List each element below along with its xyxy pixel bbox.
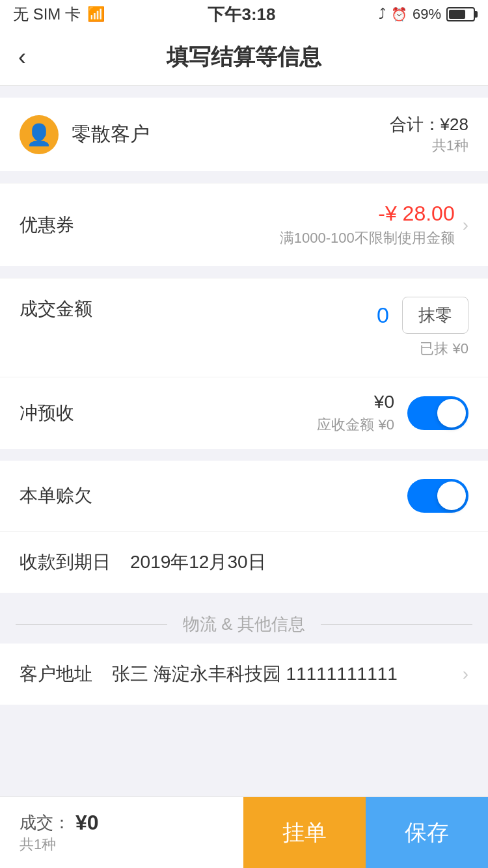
coupon-sub: 满1000-100不限制使用金额 (280, 228, 455, 248)
bottom-deal-row: 成交： ¥0 (20, 811, 224, 835)
back-button[interactable]: ‹ (18, 44, 26, 71)
bottom-summary: 成交： ¥0 共1种 (0, 811, 243, 854)
coupon-row[interactable]: 优惠券 -¥ 28.00 满1000-100不限制使用金额 › (0, 183, 488, 266)
bottom-deal-value: ¥0 (75, 811, 99, 835)
avatar: 👤 (20, 115, 59, 154)
bottom-count: 共1种 (20, 835, 224, 854)
nav-bar: ‹ 填写结算等信息 (0, 29, 488, 86)
credit-row: 本单赊欠 (0, 461, 488, 531)
prepay-row: 冲预收 ¥0 应收金额 ¥0 (0, 377, 488, 449)
due-label: 收款到期日 (20, 550, 111, 575)
logistics-section-label: 物流 & 其他信息 (183, 613, 305, 636)
chevron-right-icon: › (463, 215, 468, 236)
divider-line-left (16, 624, 167, 625)
prepay-sub: 应收金额 ¥0 (317, 415, 394, 435)
prepay-toggle[interactable] (407, 396, 468, 430)
carrier-text: 无 SIM 卡 (13, 4, 81, 25)
deal-row: 成交金额 0 抹零 已抹 ¥0 (0, 278, 488, 377)
page-title: 填写结算等信息 (167, 42, 321, 72)
round-button[interactable]: 抹零 (402, 297, 468, 334)
deal-value-box: 0 抹零 (377, 297, 468, 334)
pending-button[interactable]: 挂单 (243, 797, 366, 869)
logistics-divider: 物流 & 其他信息 (0, 604, 488, 644)
toggle-knob (437, 399, 466, 427)
divider-line-right (321, 624, 472, 625)
deal-value: 0 (377, 303, 389, 328)
deal-sub: 已抹 ¥0 (377, 339, 468, 359)
bottom-deal-label: 成交： (20, 811, 70, 834)
address-section[interactable]: 客户地址 张三 海淀永丰科技园 11111111111 › (0, 644, 488, 705)
prepay-right: ¥0 应收金额 ¥0 (317, 392, 468, 435)
wifi-icon: 📶 (87, 6, 105, 23)
deal-label: 成交金额 (20, 297, 92, 321)
customer-total: 合计：¥28 共1种 (390, 113, 468, 156)
credit-section: 本单赊欠 收款到期日 2019年12月30日 (0, 461, 488, 593)
coupon-amount: -¥ 28.00 (280, 202, 455, 226)
customer-section: 👤 零散客户 合计：¥28 共1种 (0, 98, 488, 171)
customer-name: 零散客户 (72, 121, 150, 148)
customer-row: 👤 零散客户 合计：¥28 共1种 (0, 98, 488, 171)
prepay-label: 冲预收 (20, 401, 74, 426)
status-left: 无 SIM 卡 📶 (13, 4, 105, 25)
prepay-main: ¥0 (317, 392, 394, 413)
address-row[interactable]: 客户地址 张三 海淀永丰科技园 11111111111 › (0, 644, 488, 705)
credit-toggle[interactable] (407, 479, 468, 513)
prepay-amounts: ¥0 应收金额 ¥0 (317, 392, 394, 435)
address-chevron-icon: › (463, 664, 468, 685)
credit-toggle-knob (437, 481, 466, 510)
address-value: 张三 海淀永丰科技园 11111111111 (112, 662, 463, 686)
address-label: 客户地址 (20, 662, 92, 686)
coupon-section[interactable]: 优惠券 -¥ 28.00 满1000-100不限制使用金额 › (0, 183, 488, 266)
customer-left: 👤 零散客户 (20, 115, 150, 154)
due-date-row: 收款到期日 2019年12月30日 (0, 531, 488, 593)
battery-icon (446, 7, 475, 21)
alarm-icon: ⏰ (391, 7, 407, 22)
location-icon: ⤴ (379, 6, 386, 23)
status-right: ⤴ ⏰ 69% (379, 6, 475, 23)
credit-label: 本单赊欠 (20, 483, 92, 508)
coupon-label: 优惠券 (20, 213, 74, 237)
coupon-right[interactable]: -¥ 28.00 满1000-100不限制使用金额 › (280, 202, 468, 248)
status-time: 下午3:18 (208, 3, 275, 26)
status-bar: 无 SIM 卡 📶 下午3:18 ⤴ ⏰ 69% (0, 0, 488, 29)
battery-percent: 69% (413, 6, 441, 23)
bottom-bar: 成交： ¥0 共1种 挂单 保存 (0, 796, 488, 868)
total-label: 合计：¥28 (390, 113, 468, 136)
deal-section: 成交金额 0 抹零 已抹 ¥0 冲预收 ¥0 应收金额 ¥0 (0, 278, 488, 449)
total-count: 共1种 (390, 136, 468, 156)
avatar-icon: 👤 (26, 122, 52, 147)
due-date: 2019年12月30日 (130, 550, 266, 575)
save-button[interactable]: 保存 (366, 797, 488, 869)
